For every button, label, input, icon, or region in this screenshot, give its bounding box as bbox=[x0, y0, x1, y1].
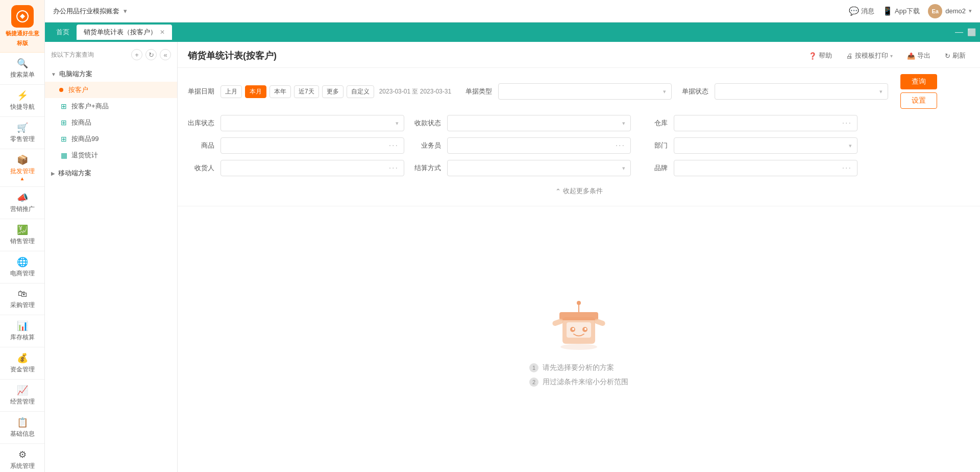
window-maximize-icon[interactable]: ⬜ bbox=[967, 28, 976, 36]
quick-nav-icon: ⚡ bbox=[17, 90, 28, 101]
empty-state-tips: 1 请先选择要分析的方案 2 用过滤条件来缩小分析范围 bbox=[529, 363, 628, 387]
dept-select[interactable]: ▾ bbox=[674, 137, 857, 154]
export-button[interactable]: 📤 导出 bbox=[903, 49, 935, 62]
print-button[interactable]: 🖨 按模板打印 ▾ bbox=[842, 49, 897, 62]
date-custom-btn[interactable]: 自定义 bbox=[347, 85, 374, 98]
print-icon: 🖨 bbox=[846, 52, 853, 60]
doc-type-select[interactable]: ▾ bbox=[498, 83, 672, 100]
doc-status-select[interactable]: ▾ bbox=[715, 83, 888, 100]
page-actions: ❓ 帮助 🖨 按模板打印 ▾ 📤 导出 ↻ 刷新 bbox=[804, 49, 970, 62]
sidebar-item-search[interactable]: 🔍 搜索菜单 bbox=[0, 53, 44, 85]
sidebar-item-ecommerce[interactable]: 🌐 电商管理 bbox=[0, 251, 44, 284]
tree-item-by-goods99[interactable]: ⊞ 按商品99 bbox=[45, 131, 177, 147]
refresh-button[interactable]: ↻ 刷新 bbox=[941, 49, 970, 62]
settings-button[interactable]: 设置 bbox=[900, 92, 937, 109]
wholesale-icon: 📦 bbox=[17, 154, 28, 166]
user-dropdown-icon: ▾ bbox=[969, 8, 972, 14]
tab-sales-stats[interactable]: 销货单统计表（按客户） ✕ bbox=[77, 25, 172, 40]
tab-home[interactable]: 首页 bbox=[49, 25, 77, 40]
logo-text: 畅捷通好生意 bbox=[6, 30, 39, 37]
caret-mobile-icon: ▶ bbox=[51, 171, 55, 176]
tip-text-2: 用过滤条件来缩小分析范围 bbox=[543, 377, 628, 387]
sidebar-item-wholesale[interactable]: 📦 批发管理 ▲ bbox=[0, 149, 44, 187]
content-area: 按以下方案查询 + ↻ « ▼ 电脑端方案 按客户 ⊞ bbox=[45, 42, 980, 472]
active-dot-icon bbox=[59, 88, 63, 92]
export-label: 导出 bbox=[917, 51, 930, 60]
tab-close-icon[interactable]: ✕ bbox=[160, 29, 165, 36]
tree-item-return-stats[interactable]: ▦ 退货统计 bbox=[45, 147, 177, 163]
system-icon: ⚙ bbox=[18, 449, 27, 460]
date-more-btn[interactable]: 更多 bbox=[322, 85, 344, 98]
sidebar-item-sales[interactable]: 💹 销售管理 bbox=[0, 219, 44, 251]
sidebar-item-operations[interactable]: 📈 经营管理 bbox=[0, 380, 44, 412]
dropdown-icon[interactable]: ▾ bbox=[124, 7, 127, 15]
sidebar-item-basic-info-label: 基础信息 bbox=[10, 430, 35, 438]
chart-icon-1: ⊞ bbox=[59, 102, 68, 111]
brand-dots: ··· bbox=[842, 163, 852, 173]
tree-item-by-customer-goods[interactable]: ⊞ 按客户+商品 bbox=[45, 98, 177, 114]
sidebar-item-marketing[interactable]: 📣 营销推广 bbox=[0, 187, 44, 219]
sidebar-item-retail[interactable]: 🛒 零售管理 bbox=[0, 117, 44, 149]
warehouse-select[interactable]: ··· bbox=[674, 115, 857, 131]
sidebar-item-ecommerce-label: 电商管理 bbox=[10, 269, 35, 278]
sidebar-item-procurement[interactable]: 🛍 采购管理 bbox=[0, 284, 44, 315]
collapse-filter-button[interactable]: ⌃ 收起更多条件 bbox=[188, 182, 970, 200]
collapse-panel-button[interactable]: « bbox=[160, 49, 171, 60]
doc-status-label: 单据状态 bbox=[682, 87, 708, 96]
print-dropdown-icon: ▾ bbox=[890, 53, 893, 59]
user-avatar-text: Ea bbox=[932, 8, 939, 14]
sidebar-item-marketing-label: 营销推广 bbox=[10, 205, 35, 214]
brand-select[interactable]: ··· bbox=[674, 160, 857, 176]
goods-select[interactable]: ··· bbox=[220, 137, 404, 154]
caret-desktop-icon: ▼ bbox=[51, 72, 56, 77]
sidebar-item-system[interactable]: ⚙ 系统管理 bbox=[0, 444, 44, 472]
window-minimize-icon[interactable]: — bbox=[955, 28, 963, 37]
grid-icon-2: ⊞ bbox=[59, 134, 68, 144]
help-button[interactable]: ❓ 帮助 bbox=[804, 49, 836, 62]
tree-section-mobile: ▶ 移动端方案 bbox=[45, 166, 177, 181]
collect-status-select[interactable]: ▾ bbox=[447, 115, 631, 131]
receiver-select[interactable]: ··· bbox=[220, 160, 404, 176]
out-status-label: 出库状态 bbox=[188, 119, 214, 128]
dept-label: 部门 bbox=[641, 141, 668, 150]
tab-home-label: 首页 bbox=[56, 28, 69, 37]
user-menu[interactable]: Ea demo2 ▾ bbox=[928, 4, 972, 18]
tree-section-desktop-label: 电脑端方案 bbox=[59, 69, 92, 79]
add-scheme-button[interactable]: + bbox=[131, 49, 142, 60]
sidebar-item-finance[interactable]: 💰 资金管理 bbox=[0, 347, 44, 380]
message-button[interactable]: 💬 消息 bbox=[849, 6, 874, 16]
settle-dropdown-icon: ▾ bbox=[622, 165, 625, 172]
date-this-year-btn[interactable]: 本年 bbox=[270, 85, 291, 98]
out-status-select[interactable]: ▾ bbox=[220, 115, 404, 131]
app-download-button[interactable]: 📱 App下载 bbox=[883, 6, 920, 16]
sidebar-item-basic-info[interactable]: 📋 基础信息 bbox=[0, 412, 44, 444]
date-this-month-btn[interactable]: 本月 bbox=[245, 85, 266, 98]
settle-select[interactable]: ▾ bbox=[447, 160, 631, 176]
logo-icon bbox=[11, 5, 34, 28]
tip-num-1: 1 bbox=[529, 363, 538, 372]
left-panel-header-text: 按以下方案查询 bbox=[51, 51, 94, 59]
app-download-label: App下载 bbox=[895, 7, 920, 16]
sidebar-item-quicknav[interactable]: ⚡ 快捷导航 bbox=[0, 85, 44, 117]
bar-chart-icon: ▦ bbox=[59, 151, 68, 160]
finance-icon: 💰 bbox=[17, 352, 28, 364]
sidebar-item-inventory[interactable]: 📊 库存核算 bbox=[0, 315, 44, 347]
user-avatar: Ea bbox=[928, 4, 942, 18]
tree-section-mobile-label: 移动端方案 bbox=[58, 169, 91, 178]
topbar-left: 办公用品行业模拟账套 ▾ bbox=[53, 7, 127, 16]
refresh-scheme-button[interactable]: ↻ bbox=[145, 49, 157, 60]
sidebar-item-quicknav-label: 快捷导航 bbox=[10, 103, 35, 111]
date-last-month-btn[interactable]: 上月 bbox=[220, 85, 242, 98]
basic-info-icon: 📋 bbox=[17, 417, 28, 428]
tree-section-desktop-title[interactable]: ▼ 电脑端方案 bbox=[45, 66, 177, 82]
date-last-7-days-btn[interactable]: 近7天 bbox=[294, 85, 319, 98]
tree-item-by-customer-goods-label: 按客户+商品 bbox=[71, 102, 109, 111]
staff-select[interactable]: ··· bbox=[447, 137, 631, 154]
query-button[interactable]: 查询 bbox=[900, 74, 937, 89]
tree-item-by-goods[interactable]: ⊞ 按商品 bbox=[45, 114, 177, 131]
filter-row-4: 收货人 ··· 结算方式 ▾ 品牌 ··· bbox=[188, 160, 970, 176]
tree-item-by-customer[interactable]: 按客户 bbox=[45, 82, 177, 98]
tree-section-mobile-title[interactable]: ▶ 移动端方案 bbox=[45, 166, 177, 181]
filter-row-1: 单据日期 上月 本月 本年 近7天 更多 自定义 2023-03-01 至 20… bbox=[188, 74, 970, 109]
date-range-text: 2023-03-01 至 2023-03-31 bbox=[379, 87, 451, 96]
